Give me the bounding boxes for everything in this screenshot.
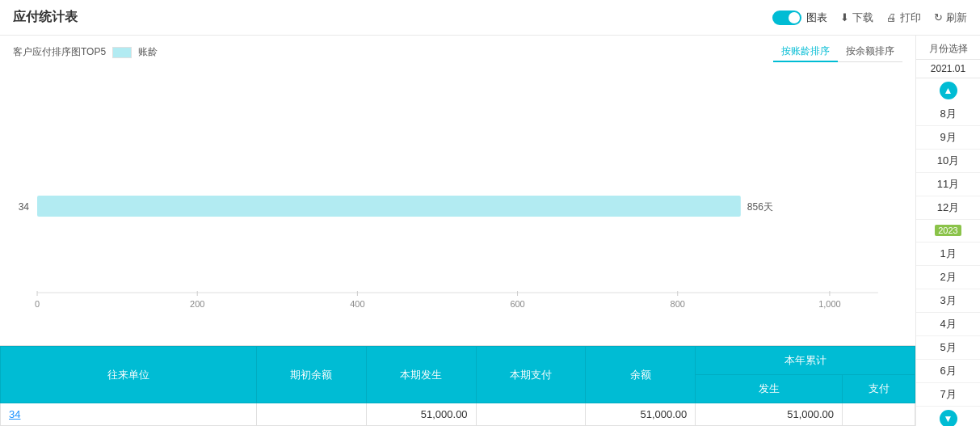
chart-legend: 客户应付排序图TOP5 账龄 [13,45,158,59]
print-icon: 🖨 [886,11,897,23]
cell-unit[interactable]: 34 [1,403,257,426]
data-table: 往来单位 期初余额 本期发生 本期支付 余额 本年累计 发生 支付 [0,346,915,426]
svg-rect-1 [37,196,741,217]
bar-chart-svg: 34 856天 0 200 400 600 800 1,000 [13,69,902,339]
chart-label: 图表 [806,11,827,25]
sidebar-month-5[interactable]: 5月 [916,336,980,360]
svg-text:34: 34 [19,201,30,213]
svg-text:600: 600 [510,299,524,309]
sidebar-month-1[interactable]: 1月 [916,243,980,266]
print-button[interactable]: 🖨 打印 [886,11,921,25]
cell-current-payment [476,403,586,426]
download-icon: ⬇ [840,11,849,23]
svg-text:0: 0 [35,299,40,309]
month-sidebar: 月份选择 2021.01 ▲ 8月 9月 10月 11月 12月 2023 1月… [915,36,980,426]
sidebar-month-12[interactable]: 12月 [916,196,980,220]
sidebar-nav-up[interactable]: ▲ [916,78,980,103]
chart-controls: 客户应付排序图TOP5 账龄 按账龄排序 按余额排序 [0,36,915,69]
th-ytd-group: 本年累计 [696,347,915,375]
chart-toggle[interactable] [772,11,801,25]
chart-wrapper: 34 856天 0 200 400 600 800 1,000 [0,69,915,345]
svg-text:400: 400 [350,299,364,309]
sidebar-month-2[interactable]: 2月 [916,266,980,289]
svg-text:800: 800 [671,299,685,309]
download-button[interactable]: ⬇ 下载 [840,11,873,25]
cell-opening-balance [256,403,366,426]
legend-label: 客户应付排序图TOP5 [13,45,106,59]
th-unit: 往来单位 [1,347,257,403]
sidebar-month-10[interactable]: 10月 [916,150,980,173]
th-current-payment: 本期支付 [476,347,586,403]
chart-toggle-group: 图表 [772,11,827,25]
th-ytd-occurrence: 发生 [696,375,843,403]
sidebar-month-with-badge[interactable]: 2023 [916,220,980,243]
table-row: 34 51,000.00 51,000.00 51,000.00 [1,403,915,426]
sidebar-date-display: 2021.01 [916,60,980,78]
header-actions: 图表 ⬇ 下载 🖨 打印 ↻ 刷新 [772,11,967,25]
cell-ytd-occurrence: 51,000.00 [696,403,843,426]
refresh-icon: ↻ [934,11,943,23]
sort-by-age-button[interactable]: 按账龄排序 [773,42,838,62]
sidebar-header: 月份选择 [916,36,980,60]
cell-current-occurrence: 51,000.00 [366,403,476,426]
sort-controls: 按账龄排序 按余额排序 [773,42,902,62]
sidebar-month-6[interactable]: 6月 [916,360,980,383]
nav-down-arrow[interactable]: ▼ [940,410,957,426]
refresh-button[interactable]: ↻ 刷新 [934,11,967,25]
page-title: 应付统计表 [13,9,78,26]
legend-box [112,47,132,58]
svg-text:200: 200 [190,299,204,309]
sidebar-month-7[interactable]: 7月 [916,383,980,407]
sidebar-month-8[interactable]: 8月 [916,103,980,126]
data-table-section: 往来单位 期初余额 本期发生 本期支付 余额 本年累计 发生 支付 [0,345,915,426]
sidebar-month-4[interactable]: 4月 [916,313,980,336]
th-ytd-payment: 支付 [843,375,915,403]
svg-text:856天: 856天 [747,201,773,213]
cell-balance: 51,000.00 [586,403,696,426]
th-opening-balance: 期初余额 [256,347,366,403]
sidebar-month-3[interactable]: 3月 [916,289,980,313]
sort-by-balance-button[interactable]: 按余额排序 [838,42,902,62]
sidebar-month-9[interactable]: 9月 [916,126,980,150]
svg-text:1,000: 1,000 [818,299,841,309]
cell-ytd-payment [843,403,915,426]
legend-box-label: 账龄 [138,45,158,59]
year-badge: 2023 [935,225,961,236]
sidebar-month-11[interactable]: 11月 [916,173,980,196]
sidebar-nav-down[interactable]: ▼ [916,407,980,426]
th-current-occurrence: 本期发生 [366,347,476,403]
th-balance: 余额 [586,347,696,403]
nav-up-arrow[interactable]: ▲ [940,82,957,99]
